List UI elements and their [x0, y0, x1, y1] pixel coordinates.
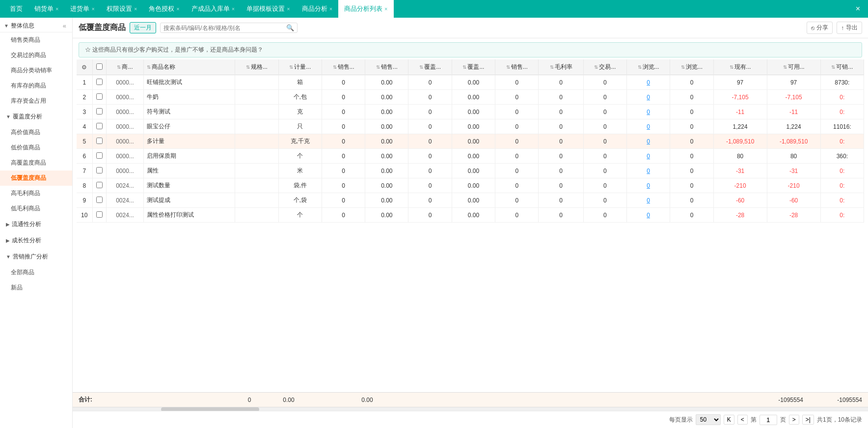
- row-checkbox[interactable]: [92, 178, 106, 193]
- sidebar-item-sales-products[interactable]: 销售类商品: [0, 32, 72, 48]
- nav-close-icon[interactable]: ×: [232, 6, 235, 12]
- next-page-button[interactable]: >: [789, 415, 799, 425]
- nav-close-icon[interactable]: ×: [55, 6, 58, 12]
- row-checkbox[interactable]: [92, 75, 106, 90]
- current-column-header[interactable]: ⇅现有...: [713, 59, 767, 75]
- row-checkbox[interactable]: [92, 208, 106, 223]
- export-button[interactable]: ↑ 导出: [837, 22, 862, 34]
- sidebar-item-traded-products[interactable]: 交易过的商品: [0, 48, 72, 63]
- row-browse1[interactable]: 0: [627, 208, 670, 223]
- page-number-input[interactable]: [760, 415, 777, 425]
- nav-sales-order[interactable]: 销货单 ×: [28, 0, 64, 18]
- row-name: 启用保质期: [144, 149, 235, 164]
- row-browse1[interactable]: 0: [627, 105, 670, 119]
- row-checkbox[interactable]: [92, 164, 106, 178]
- row-checkbox[interactable]: [92, 119, 106, 134]
- row-trade: 0: [583, 149, 626, 164]
- sidebar-item-low-coverage[interactable]: 低覆盖度商品: [0, 171, 72, 186]
- row-name: 测试提成: [144, 193, 235, 208]
- row-browse1[interactable]: 0: [627, 75, 670, 90]
- row-browse1[interactable]: 0: [627, 149, 670, 164]
- nav-product-analysis[interactable]: 商品分析 ×: [296, 0, 338, 18]
- export-icon: ↑: [841, 25, 844, 31]
- sidebar-item-high-margin[interactable]: 高毛利商品: [0, 186, 72, 201]
- filter-recent-month-button[interactable]: 近一月: [130, 22, 156, 33]
- nav-purchase-order[interactable]: 进货单 ×: [64, 0, 100, 18]
- cover1-column-header[interactable]: ⇅覆盖...: [408, 59, 452, 75]
- row-checkbox[interactable]: [92, 193, 106, 208]
- margin-column-header[interactable]: ⇅毛利率: [539, 59, 583, 75]
- settings-column-header[interactable]: ⚙: [77, 59, 92, 75]
- spec-column-header[interactable]: ⇅规格...: [235, 59, 278, 75]
- search-input[interactable]: [163, 25, 286, 31]
- nav-home[interactable]: 首页: [4, 0, 28, 18]
- sale3-column-header[interactable]: ⇅销售...: [495, 59, 539, 75]
- nav-product-analysis-list[interactable]: 商品分析列表 ×: [338, 0, 393, 18]
- nav-close-icon[interactable]: ×: [287, 6, 290, 12]
- row-checkbox[interactable]: [92, 134, 106, 149]
- row-sale3: 0: [495, 105, 539, 119]
- row-checkbox[interactable]: [92, 90, 106, 105]
- row-browse1[interactable]: 0: [627, 178, 670, 193]
- nav-finished-product[interactable]: 产成品入库单 ×: [186, 0, 241, 18]
- row-cover1: 0: [408, 178, 452, 193]
- row-available: -60: [767, 193, 820, 208]
- sidebar-item-category-rate[interactable]: 商品分类动销率: [0, 63, 72, 78]
- cover2-column-header[interactable]: ⇅覆盖...: [452, 59, 495, 75]
- first-page-button[interactable]: K: [724, 415, 734, 425]
- unit-column-header[interactable]: ⇅计量...: [278, 59, 322, 75]
- row-sale2: 0.00: [365, 178, 408, 193]
- nav-close-icon[interactable]: ×: [91, 6, 94, 12]
- sidebar-item-high-value[interactable]: 高价值商品: [0, 125, 72, 140]
- sidebar-item-all-products[interactable]: 全部商品: [0, 265, 72, 280]
- name-column-header[interactable]: ⇅商品名称: [144, 59, 235, 75]
- sidebar-item-high-coverage[interactable]: 高覆盖度商品: [0, 155, 72, 171]
- table-wrapper[interactable]: ⚙ ⇅商... ⇅商品名称 ⇅规格... ⇅计量... ⇅销售... ⇅销售..…: [73, 59, 868, 392]
- sidebar-overall-section[interactable]: ▼ 整体信息: [4, 22, 61, 30]
- sale1-column-header[interactable]: ⇅销售...: [322, 59, 365, 75]
- last-page-button[interactable]: >|: [802, 415, 814, 425]
- trade-column-header[interactable]: ⇅交易...: [583, 59, 626, 75]
- nav-close-icon[interactable]: ×: [384, 6, 387, 12]
- sale2-column-header[interactable]: ⇅销售...: [365, 59, 408, 75]
- sidebar-item-stocked-products[interactable]: 有库存的商品: [0, 78, 72, 93]
- sidebar-item-new-products[interactable]: 新品: [0, 280, 72, 295]
- row-browse1[interactable]: 0: [627, 119, 670, 134]
- browse1-column-header[interactable]: ⇅浏览...: [627, 59, 670, 75]
- horizontal-scrollbar[interactable]: [73, 407, 868, 411]
- sidebar-item-inventory-capital[interactable]: 库存资金占用: [0, 93, 72, 109]
- window-close-button[interactable]: ×: [852, 4, 864, 13]
- sidebar-collapse-button[interactable]: «: [61, 22, 68, 29]
- table-row: 1 0000... 旺铺批次测试 箱 0 0.00 0 0.00 0 0 0 0…: [77, 75, 864, 90]
- row-browse1[interactable]: 0: [627, 193, 670, 208]
- sidebar-coverage-section[interactable]: ▼ 覆盖度分析: [0, 109, 72, 125]
- row-current: 80: [713, 149, 767, 164]
- sellable-column-header[interactable]: ⇅可销...: [820, 59, 864, 75]
- nav-permission-settings[interactable]: 权限设置 ×: [101, 0, 143, 18]
- share-button[interactable]: ⎋ 分享: [807, 22, 833, 34]
- checkbox-column-header[interactable]: [92, 59, 106, 75]
- nav-close-icon[interactable]: ×: [176, 6, 179, 12]
- per-page-select[interactable]: 50 100 200: [696, 414, 721, 425]
- prev-page-button[interactable]: <: [737, 415, 748, 425]
- row-browse1[interactable]: 0: [627, 134, 670, 149]
- sidebar-item-low-value[interactable]: 低价值商品: [0, 140, 72, 155]
- nav-close-icon[interactable]: ×: [134, 6, 137, 12]
- sidebar-growth-section[interactable]: ▶ 成长性分析: [0, 232, 72, 249]
- nav-template-settings[interactable]: 单据模板设置 ×: [241, 0, 296, 18]
- available-column-header[interactable]: ⇅可用...: [767, 59, 820, 75]
- row-browse1[interactable]: 0: [627, 164, 670, 178]
- select-all-checkbox[interactable]: [96, 63, 103, 70]
- code-column-header[interactable]: ⇅商...: [106, 59, 144, 75]
- sidebar-item-low-margin[interactable]: 低毛利商品: [0, 201, 72, 216]
- row-checkbox[interactable]: [92, 149, 106, 164]
- row-browse1[interactable]: 0: [627, 90, 670, 105]
- sidebar-flow-section[interactable]: ▶ 流通性分析: [0, 216, 72, 232]
- row-trade: 0: [583, 208, 626, 223]
- browse2-column-header[interactable]: ⇅浏览...: [670, 59, 713, 75]
- nav-role-auth[interactable]: 角色授权 ×: [143, 0, 185, 18]
- row-checkbox[interactable]: [92, 105, 106, 119]
- sidebar-marketing-section[interactable]: ▼ 营销推广分析: [0, 249, 72, 265]
- row-browse2: 0: [670, 134, 713, 149]
- nav-close-icon[interactable]: ×: [329, 6, 332, 12]
